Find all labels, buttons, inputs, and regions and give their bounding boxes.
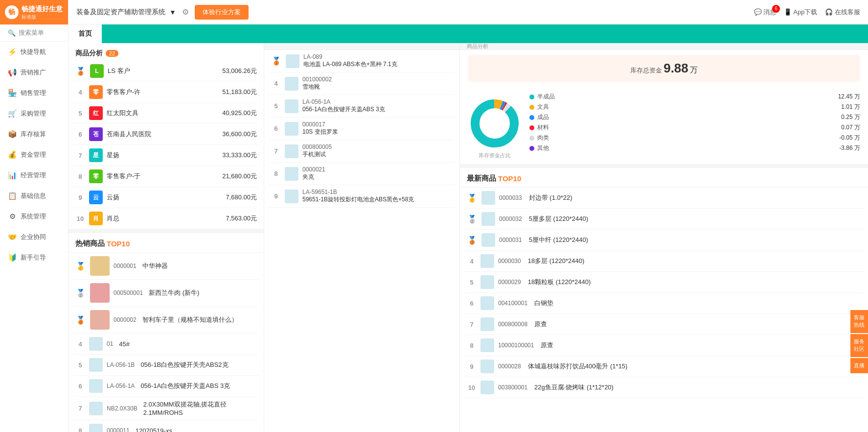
sidebar-logo: 畅 畅捷通好生意 标准版 xyxy=(0,0,68,24)
newest-item: 10 003800001 22g鱼豆腐·烧烤味 (1*12*20) xyxy=(465,377,863,398)
app-download-button[interactable]: 📱 App下载 xyxy=(784,8,817,17)
rank-name: 红太阳文具 xyxy=(107,109,218,118)
rank-number: 4 xyxy=(75,89,85,96)
hot-item: 4 01 45# xyxy=(73,334,259,355)
rank-item: 8 零 零售客户-于 21,680.00元 xyxy=(73,166,259,187)
live-stream-button[interactable]: 直播 xyxy=(850,358,868,373)
rank-name: 星扬 xyxy=(107,151,218,160)
product-name: 056-1A白色按键开关盖ABS 3克 xyxy=(140,382,257,390)
rank-item: 9 云 云扬 7,680.00元 xyxy=(73,187,259,208)
rank-avatar: 零 xyxy=(89,169,103,183)
product-code: 0000030 xyxy=(498,258,521,264)
rank-number: 5 xyxy=(467,279,477,286)
rank-number: 5 xyxy=(75,110,85,117)
legend-dot xyxy=(529,146,534,151)
topbar-right: 💬 消息 6 📱 App下载 🎧 在线客服 xyxy=(754,8,860,17)
sidebar-item-sales[interactable]: 🏪 销售管理 xyxy=(0,83,68,103)
newest-item: 6 004100001 白钢垫 xyxy=(465,293,863,314)
product-name: 白钢垫 xyxy=(534,299,553,308)
enterprise-icon: 🤝 xyxy=(8,233,17,241)
rank-name: 零售客户-于 xyxy=(107,172,218,181)
sidebar-item-label: 营销推广 xyxy=(21,68,46,77)
service-community-button[interactable]: 服务社区 xyxy=(850,334,868,357)
product-name: 056-1B白色按键开关壳ABS2克 xyxy=(140,360,257,369)
rank-number: 8 xyxy=(467,342,477,349)
system-icon: ⚙ xyxy=(8,212,17,221)
system-name: 装备及固定资产辅助管理系统 xyxy=(76,8,165,17)
rank-number: 4 xyxy=(75,340,85,348)
newest-label: 最新商品 xyxy=(467,174,496,183)
rank-name: 云扬 xyxy=(107,193,222,202)
tab-home[interactable]: 首页 xyxy=(69,24,102,43)
product-name: 封边带 (1.0*22) xyxy=(529,193,572,202)
hot-item: 8 0000011 12070519-xs xyxy=(73,420,259,432)
system-selector[interactable]: 装备及固定资产辅助管理系统 ▼ xyxy=(76,8,176,17)
rank-number: 5 xyxy=(75,361,85,369)
product-code: 0000033 xyxy=(499,194,522,201)
inventory-value: 9.88 xyxy=(663,61,688,75)
sidebar-item-basic[interactable]: 📋 基础信息 xyxy=(0,186,68,206)
nav-tabs: 首页 xyxy=(69,24,868,43)
product-thumb xyxy=(89,424,103,432)
content-area: 商品分析 22 🥉 L LS 客户 53,006.26元 xyxy=(69,43,868,432)
sidebar-item-system[interactable]: ⚙ 系统管理 xyxy=(0,206,68,227)
sidebar-item-marketing[interactable]: 📢 营销推广 xyxy=(0,62,68,83)
search-label: 搜索菜单 xyxy=(19,28,44,37)
sidebar-item-label: 资金管理 xyxy=(21,150,46,159)
legend-item: 文具 1.01 万 xyxy=(529,103,860,111)
service-button[interactable]: 🎧 在线客服 xyxy=(825,8,860,17)
rank-number: 5 xyxy=(271,102,281,110)
sidebar-item-quick[interactable]: ⚡ 快捷导航 xyxy=(0,42,68,62)
gear-icon[interactable]: ⚙ xyxy=(182,7,189,17)
float-buttons: 客服热线 服务社区 直播 xyxy=(850,310,868,373)
product-name: 中华神器 xyxy=(142,262,257,270)
sidebar-item-purchase[interactable]: 🛒 采购管理 xyxy=(0,103,68,124)
hot-item: 🥉 0000002 智利车子里（规格不知道填什么） xyxy=(73,307,259,334)
customer-service-button[interactable]: 客服热线 xyxy=(850,310,868,333)
legend-name: 其他 xyxy=(537,144,836,152)
legend-item: 材料 0.07 万 xyxy=(529,123,860,132)
sidebar-item-inventory[interactable]: 📦 库存核算 xyxy=(0,124,68,144)
sidebar-search[interactable]: 🔍 搜索菜单 xyxy=(0,24,68,42)
product-thumb xyxy=(285,99,298,113)
hot-item: 6 LA-056-1A 056-1A白色按键开关盖ABS 3克 xyxy=(73,376,259,397)
topbar: 装备及固定资产辅助管理系统 ▼ ⚙ 体验行业方案 💬 消息 6 📱 App下载 … xyxy=(69,0,868,24)
trial-button[interactable]: 体验行业方案 xyxy=(195,5,249,20)
product-thumb xyxy=(481,233,495,247)
rank-avatar: 云 xyxy=(89,191,103,204)
rank-number: 7 xyxy=(271,147,281,155)
rank-name: 肖总 xyxy=(107,214,222,223)
rank-name: 零售客户-许 xyxy=(107,88,218,96)
product-code: 000800008 xyxy=(498,321,527,328)
three-col-layout: 商品分析 22 🥉 L LS 客户 53,006.26元 xyxy=(69,43,868,432)
rank-name: 苍南县人民医院 xyxy=(107,130,218,139)
rank-number: 10 xyxy=(75,215,85,222)
sidebar-item-finance[interactable]: 💰 资金管理 xyxy=(0,144,68,165)
legend-name: 半成品 xyxy=(537,93,835,101)
chart-legend: 半成品 12.45 万 文具 1.01 万 xyxy=(529,93,860,154)
rank-number: 6 xyxy=(271,125,281,132)
product-code: 0000028 xyxy=(498,363,521,370)
legend-val: 12.45 万 xyxy=(838,93,860,101)
sidebar-item-label: 经营管理 xyxy=(21,171,46,180)
inventory-icon: 📦 xyxy=(8,130,17,139)
sidebar-item-label: 新手引导 xyxy=(21,253,46,262)
bronze-medal-icon: 🥉 xyxy=(271,56,282,66)
sidebar-item-guide[interactable]: 🔰 新手引导 xyxy=(0,247,68,268)
purchase-icon: 🛒 xyxy=(8,109,17,118)
product-code: 0000031 xyxy=(499,237,522,243)
operations-icon: 📊 xyxy=(8,171,17,180)
rank-amount: 7,680.00元 xyxy=(226,193,257,202)
product-name: 原查 xyxy=(534,320,547,329)
rank-avatar: 红 xyxy=(89,106,103,120)
chart-label: 库存资金占比 xyxy=(479,152,511,159)
sidebar-item-enterprise[interactable]: 🤝 企业协同 xyxy=(0,227,68,247)
inventory-unit: 万 xyxy=(690,66,698,74)
sidebar-item-operations[interactable]: 📊 经营管理 xyxy=(0,165,68,186)
messages-button[interactable]: 💬 消息 6 xyxy=(754,8,777,17)
product-thumb xyxy=(89,358,103,372)
hot-products-list: 🥇 0000001 中华神器 🥈 000500001 新西兰牛肉 (新牛) xyxy=(69,253,264,432)
sidebar-item-label: 系统管理 xyxy=(21,212,46,221)
silver-medal-icon: 🥈 xyxy=(467,215,478,224)
legend-dot xyxy=(529,136,534,141)
